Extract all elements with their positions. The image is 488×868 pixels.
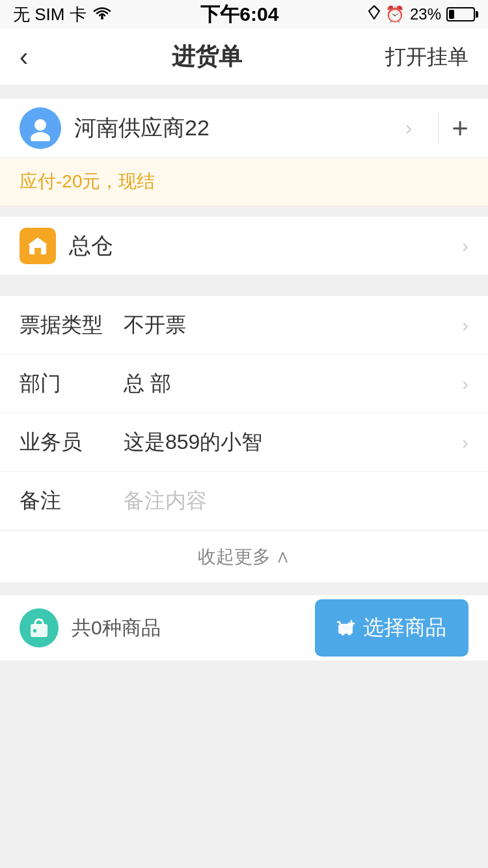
svg-point-2 (31, 132, 50, 141)
supplier-chevron-icon: › (405, 116, 413, 140)
sim-label: 无 SIM 卡 (13, 3, 87, 26)
wifi-icon (93, 5, 111, 25)
location-icon (368, 5, 380, 23)
divider (438, 112, 439, 144)
warehouse-chevron-icon: › (462, 235, 468, 257)
department-row[interactable]: 部门 总 部 › (0, 355, 488, 413)
alarm-icon: ⏰ (385, 5, 405, 23)
remark-input[interactable]: 备注内容 (111, 487, 468, 515)
supplier-row[interactable]: 河南供应商22 › + (0, 99, 488, 157)
svg-point-0 (101, 17, 103, 20)
nav-bar: ‹ 进货单 打开挂单 (0, 29, 488, 86)
product-count: 共0种商品 (72, 615, 315, 642)
svg-rect-5 (34, 248, 41, 254)
status-left: 无 SIM 卡 (13, 3, 111, 26)
status-right: ⏰ 23% (368, 5, 475, 23)
salesperson-value: 这是859的小智 (111, 428, 462, 457)
product-section: 共0种商品 选择商品 (0, 595, 488, 660)
page-title: 进货单 (172, 41, 242, 73)
gap-1 (0, 86, 488, 99)
department-arrow-icon: › (462, 373, 468, 395)
salesperson-arrow-icon: › (462, 431, 468, 454)
remark-row[interactable]: 备注 备注内容 (0, 472, 488, 530)
svg-rect-7 (33, 629, 36, 632)
warehouse-icon (20, 228, 56, 264)
select-product-label: 选择商品 (363, 614, 446, 642)
svg-point-1 (34, 119, 46, 131)
product-icon (20, 608, 59, 647)
svg-point-9 (342, 632, 345, 636)
warehouse-name: 总仓 (69, 231, 462, 261)
ticket-type-value: 不开票 (111, 311, 462, 340)
warehouse-row[interactable]: 总仓 › (0, 217, 488, 275)
bottom-area (0, 660, 488, 856)
select-product-button[interactable]: 选择商品 (315, 599, 468, 657)
battery-icon (446, 7, 475, 21)
svg-rect-6 (31, 624, 47, 637)
status-time: 下午6:04 (200, 1, 278, 28)
svg-point-10 (348, 632, 351, 636)
remark-label: 备注 (20, 487, 111, 515)
department-label: 部门 (20, 370, 111, 398)
warehouse-section: 总仓 › (0, 217, 488, 275)
department-value: 总 部 (111, 370, 462, 398)
salesperson-label: 业务员 (20, 428, 111, 457)
collapse-label: 收起更多 ∧ (198, 545, 291, 569)
status-bar: 无 SIM 卡 下午6:04 ⏰ 23% (0, 0, 488, 29)
ticket-type-row[interactable]: 票据类型 不开票 › (0, 296, 488, 355)
back-button[interactable]: ‹ (20, 42, 28, 72)
gap-2 (0, 206, 488, 217)
form-section: 票据类型 不开票 › 部门 总 部 › 业务员 这是859的小智 › 备注 备注… (0, 296, 488, 582)
add-supplier-button[interactable]: + (452, 112, 468, 144)
cart-icon (337, 619, 357, 636)
ticket-type-arrow-icon: › (462, 314, 468, 336)
gap-4 (0, 582, 488, 595)
notice-banner: 应付-20元，现结 (0, 157, 488, 206)
salesperson-row[interactable]: 业务员 这是859的小智 › (0, 413, 488, 472)
open-pending-button[interactable]: 打开挂单 (385, 43, 468, 72)
supplier-avatar (20, 107, 61, 149)
battery-percentage: 23% (410, 5, 441, 23)
ticket-type-label: 票据类型 (20, 311, 111, 340)
gap-3 (0, 275, 488, 286)
supplier-section: 河南供应商22 › + 应付-20元，现结 (0, 99, 488, 206)
collapse-button[interactable]: 收起更多 ∧ (0, 530, 488, 582)
supplier-name: 河南供应商22 (74, 113, 405, 143)
svg-marker-4 (28, 237, 47, 245)
